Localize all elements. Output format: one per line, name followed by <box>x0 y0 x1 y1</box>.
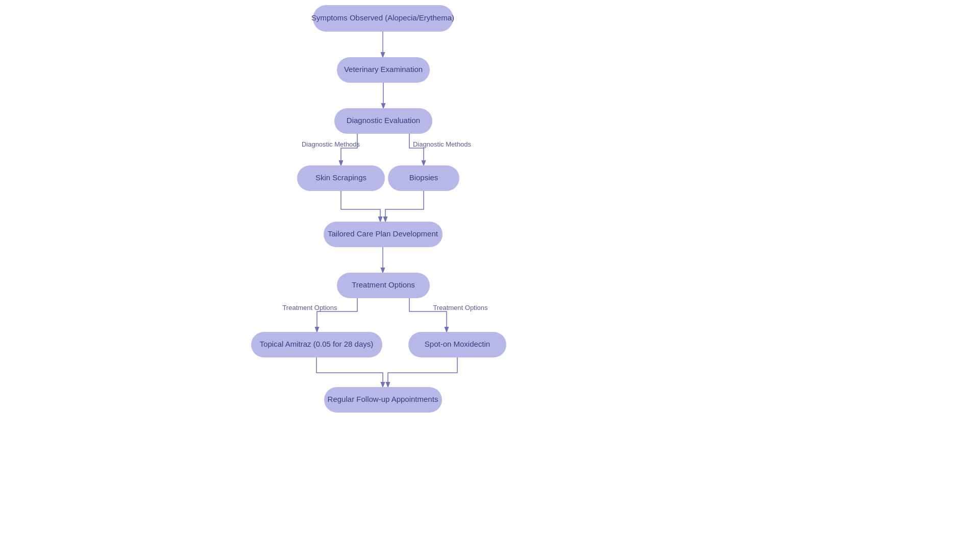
followup-label: Regular Follow-up Appointments <box>328 395 438 403</box>
diagram-container: Symptoms Observed (Alopecia/Erythema) Ve… <box>0 0 980 553</box>
vet-exam-label: Veterinary Examination <box>344 65 423 74</box>
treatment-left-label: Treatment Options <box>282 304 337 311</box>
diag-methods-right-label: Diagnostic Methods <box>413 140 472 148</box>
tailored-care-label: Tailored Care Plan Development <box>328 229 438 238</box>
flowchart-svg: Symptoms Observed (Alopecia/Erythema) Ve… <box>0 0 980 553</box>
skin-scrapings-label: Skin Scrapings <box>315 173 366 182</box>
treatment-options-label: Treatment Options <box>352 280 415 289</box>
spot-on-label: Spot-on Moxidectin <box>425 340 490 348</box>
diag-methods-left-label: Diagnostic Methods <box>302 140 360 148</box>
diag-eval-label: Diagnostic Evaluation <box>347 116 420 125</box>
arrow-diageval-biopsies <box>409 134 424 163</box>
treatment-right-label: Treatment Options <box>433 304 488 311</box>
topical-amitraz-label: Topical Amitraz (0.05 for 28 days) <box>260 340 374 348</box>
biopsies-label: Biopsies <box>409 173 438 182</box>
arrow-biopsies-tailored <box>385 191 424 220</box>
arrow-spoton-followup <box>388 357 457 385</box>
arrow-topical-followup <box>316 357 383 385</box>
arrow-treatment-topical <box>317 298 357 330</box>
symptoms-label: Symptoms Observed (Alopecia/Erythema) <box>311 13 454 22</box>
arrow-treatment-spoton <box>409 298 447 330</box>
arrow-diageval-skin <box>341 134 357 163</box>
arrow-skin-tailored <box>341 191 380 220</box>
